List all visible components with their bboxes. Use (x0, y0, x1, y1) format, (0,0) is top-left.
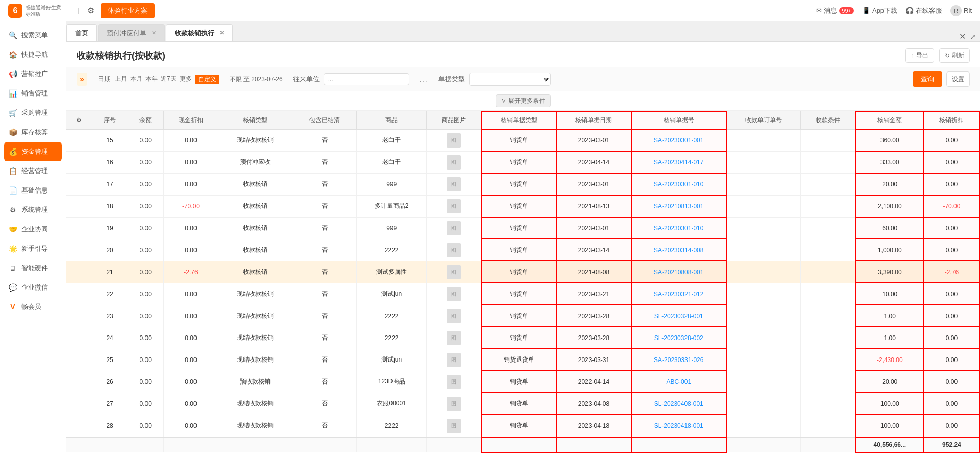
sidebar-item-hardware[interactable]: 🖥 智能硬件 (0, 258, 66, 278)
summary-cell-empty (92, 437, 128, 452)
sidebar-item-inventory[interactable]: 📦 库存核算 (0, 123, 66, 142)
bill-no-link[interactable]: SL-20230408-001 (654, 400, 703, 407)
sidebar-item-business[interactable]: 📋 经营管理 (0, 161, 66, 181)
cell-receipt-order-no (726, 305, 801, 327)
date-link-this-year[interactable]: 本年 (145, 75, 158, 84)
settings-icon[interactable]: ⚙ (87, 6, 94, 15)
sidebar-item-purchase[interactable]: 🛒 采购管理 (0, 103, 66, 123)
cell-bill-type: 销货退货单 (482, 349, 556, 371)
bill-no-link[interactable]: SA-20230301-010 (654, 181, 703, 188)
bill-no-link[interactable]: SL-20230328-002 (654, 334, 703, 342)
bill-no-link[interactable]: SA-20230321-012 (654, 291, 703, 298)
date-link-this-month[interactable]: 本月 (130, 75, 142, 84)
bill-no-link[interactable]: SA-20210808-001 (654, 269, 703, 276)
date-link-7days[interactable]: 近7天 (161, 75, 177, 84)
cell-bill-no[interactable]: SA-20230314-008 (631, 239, 726, 261)
tab-cancel-label: 收款核销执行 (175, 29, 214, 38)
refresh-button[interactable]: ↻ 刷新 (939, 48, 970, 63)
cell-bill-no[interactable]: SL-20230418-001 (631, 415, 726, 437)
sidebar-item-basic-info[interactable]: 📄 基础信息 (0, 181, 66, 200)
cell-goods-img: 图 (426, 327, 481, 349)
counterparty-input[interactable] (324, 73, 409, 85)
filter-expand-arrow[interactable]: » (77, 73, 87, 86)
cell-cancel-discount: 0.00 (924, 173, 979, 195)
filter-settings-button[interactable]: 设置 (946, 71, 970, 87)
cell-bill-no[interactable]: SA-20210808-001 (631, 261, 726, 283)
cell-bill-type: 销货单 (482, 217, 556, 239)
sidebar-item-member[interactable]: V 畅会员 (0, 297, 66, 317)
cell-bill-no[interactable]: SL-20230408-001 (631, 393, 726, 415)
bill-no-link[interactable]: SA-20230414-017 (654, 159, 703, 166)
tab-home[interactable]: 首页 (66, 24, 97, 41)
tab-prepay[interactable]: 预付冲应付单 ✕ (98, 24, 165, 41)
solution-button[interactable]: 体验行业方案 (101, 3, 155, 18)
th-goods: 商品 (357, 111, 427, 129)
bill-no-link[interactable]: ABC-001 (666, 378, 691, 386)
summary-cell-empty (556, 437, 631, 452)
bill-no-link[interactable]: SL-20230418-001 (654, 422, 703, 429)
cell-bill-no[interactable]: SA-20230301-001 (631, 129, 726, 151)
cell-bill-date: 2021-08-13 (556, 195, 631, 217)
cell-bill-no[interactable]: SA-20230301-010 (631, 217, 726, 239)
cell-bill-no[interactable]: SA-20230321-012 (631, 283, 726, 305)
summary-cancel-discount: 952.24 (924, 437, 979, 452)
export-button[interactable]: ↑ 导出 (905, 48, 934, 63)
bill-no-link[interactable]: SA-20230301-001 (654, 137, 703, 144)
sidebar-item-wechat[interactable]: 💬 企业微信 (0, 278, 66, 297)
bill-no-link[interactable]: SL-20230328-001 (654, 313, 703, 320)
cell-bill-no[interactable]: SA-20230331-026 (631, 349, 726, 371)
cell-bill-no[interactable]: ABC-001 (631, 371, 726, 393)
cell-gear (66, 283, 92, 305)
sidebar-label-member: 畅会员 (21, 302, 41, 311)
cell-receipt-condition (800, 217, 855, 239)
sidebar-item-cooperation[interactable]: 🤝 企业协同 (0, 220, 66, 239)
cell-bill-type: 销货单 (482, 129, 556, 151)
app-download-item[interactable]: 📱 App下载 (862, 6, 897, 15)
sidebar-item-system[interactable]: ⚙ 系统管理 (0, 200, 66, 220)
date-link-custom[interactable]: 自定义 (195, 75, 219, 84)
cell-receipt-order-no (726, 371, 801, 393)
cell-cancel-discount: 0.00 (924, 393, 979, 415)
page-header: 收款核销执行(按收款) ↑ 导出 ↻ 刷新 (66, 42, 980, 67)
cell-bill-no[interactable]: SA-20230414-017 (631, 151, 726, 173)
user-item[interactable]: R Rit (950, 5, 972, 16)
sidebar-item-quick-nav[interactable]: 🏠 快捷导航 (0, 45, 66, 64)
date-link-last-month[interactable]: 上月 (115, 75, 127, 84)
tab-expand-icon[interactable]: ⤢ (970, 33, 976, 41)
cell-bill-no[interactable]: SA-20210813-001 (631, 195, 726, 217)
tab-cancel[interactable]: 收款核销执行 ✕ (166, 24, 233, 41)
bill-no-link[interactable]: SA-20230314-008 (654, 247, 703, 254)
table-row: 200.000.00收款核销否2222图销货单2023-03-14SA-2023… (66, 239, 979, 261)
cell-bill-type: 销货单 (482, 261, 556, 283)
cell-bill-no[interactable]: SL-20230328-001 (631, 305, 726, 327)
tab-close-all-icon[interactable]: ✕ (959, 32, 966, 41)
sidebar-item-finance[interactable]: 💰 资金管理 (4, 142, 62, 161)
tab-prepay-close[interactable]: ✕ (152, 30, 156, 36)
bill-no-link[interactable]: SA-20230301-010 (654, 225, 703, 232)
cell-bill-no[interactable]: SL-20230328-002 (631, 327, 726, 349)
bill-type-select[interactable] (469, 73, 551, 86)
cell-cancel-type: 收款核销 (218, 195, 292, 217)
cell-receipt-condition (800, 151, 855, 173)
table-header-row: ⚙ 序号 余额 现金折扣 核销类型 包含已结清 商品 商品图片 核销单据类型 核… (66, 111, 979, 129)
expand-more-button[interactable]: ∨ 展开更多条件 (496, 94, 550, 107)
online-service-item[interactable]: 🎧 在线客服 (905, 6, 942, 15)
query-button[interactable]: 查询 (913, 71, 942, 87)
sidebar-item-search[interactable]: 🔍 搜索菜单 (0, 26, 66, 45)
th-gear[interactable]: ⚙ (66, 111, 92, 129)
tab-cancel-close[interactable]: ✕ (219, 30, 224, 36)
cell-cancel-amount: 20.00 (856, 173, 924, 195)
message-icon-item[interactable]: ✉ 消息 99+ (816, 6, 854, 15)
sidebar-item-sales[interactable]: 📊 销售管理 (0, 84, 66, 103)
cell-receipt-condition (800, 305, 855, 327)
cell-bill-no[interactable]: SA-20230301-010 (631, 173, 726, 195)
bill-no-link[interactable]: SA-20210813-001 (654, 203, 703, 210)
cell-cancel-discount: 0.00 (924, 151, 979, 173)
filter-separator: ... (420, 76, 428, 83)
table-area[interactable]: ⚙ 序号 余额 现金折扣 核销类型 包含已结清 商品 商品图片 核销单据类型 核… (66, 111, 980, 456)
date-link-more[interactable]: 更多 (180, 75, 192, 84)
bill-no-link[interactable]: SA-20230331-026 (654, 356, 703, 364)
sidebar-item-guide[interactable]: 🌟 新手引导 (0, 239, 66, 258)
cell-receipt-condition (800, 327, 855, 349)
sidebar-item-marketing[interactable]: 📢 营销推广 (0, 64, 66, 84)
